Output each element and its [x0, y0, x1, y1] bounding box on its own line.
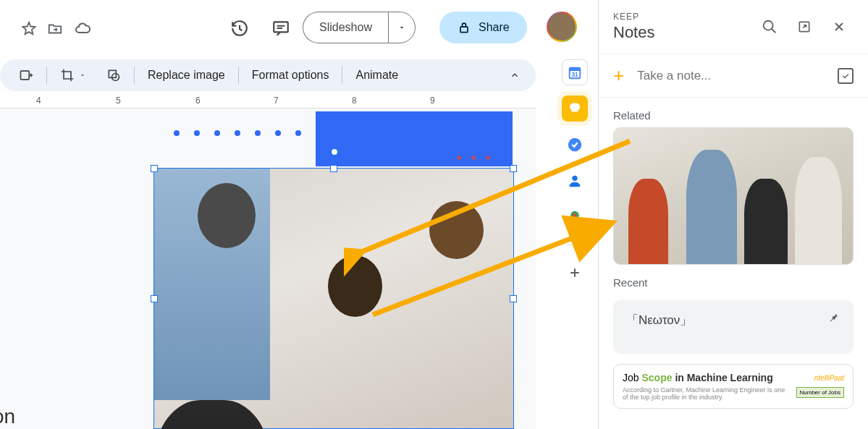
keep-side-panel: KEEP Notes + Related Recent 「Νεωτον [598, 0, 868, 429]
plus-icon: + [613, 64, 624, 87]
rotation-handle[interactable] [330, 148, 339, 156]
search-icon[interactable] [755, 12, 784, 41]
related-section-label: Related [599, 98, 868, 127]
slideshow-button[interactable]: Slideshow [303, 12, 388, 43]
share-button[interactable]: Share [439, 12, 527, 43]
resize-handle[interactable] [330, 165, 337, 172]
format-options-button[interactable]: Format options [242, 62, 340, 88]
svg-point-12 [573, 213, 577, 217]
recent-note-card[interactable]: 「Νεωτον」 [613, 300, 854, 354]
horizontal-ruler: 4 5 6 7 8 9 [0, 93, 536, 109]
selected-image[interactable] [153, 168, 514, 429]
tasks-icon[interactable] [562, 132, 588, 158]
decorative-dots [174, 130, 301, 136]
slideshow-dropdown[interactable] [388, 12, 416, 43]
insert-image-button[interactable] [9, 62, 43, 88]
pin-icon[interactable] [827, 312, 840, 325]
new-list-icon[interactable] [838, 68, 854, 84]
keep-kicker: KEEP [613, 12, 654, 22]
close-icon[interactable] [825, 12, 854, 41]
keep-title: Notes [613, 23, 654, 42]
replace-image-button[interactable]: Replace image [138, 62, 235, 88]
lock-icon [457, 20, 471, 35]
related-note-card[interactable] [613, 127, 854, 265]
contextual-toolbar: Replace image Format options Animate [0, 59, 536, 91]
maps-icon[interactable] [562, 204, 588, 230]
svg-text:31: 31 [571, 72, 578, 78]
slide-title-fragment: y l tor [0, 210, 145, 341]
svg-rect-1 [460, 27, 468, 32]
collapse-toolbar-icon[interactable] [504, 64, 526, 86]
mask-button[interactable] [96, 62, 131, 88]
brand-logo: ntelliPaat [814, 374, 844, 382]
svg-rect-8 [570, 68, 581, 72]
calendar-icon[interactable]: 31 [562, 59, 588, 85]
slide-canvas[interactable]: +++ ++++ ++++ +++ y l tor on [0, 109, 536, 429]
take-note-input[interactable] [637, 69, 825, 83]
recent-note-title: 「Νεωτον」 [626, 312, 692, 328]
svg-rect-0 [274, 22, 288, 32]
cloud-status-icon[interactable] [68, 14, 97, 43]
resize-handle[interactable] [510, 295, 517, 302]
svg-point-11 [572, 176, 577, 181]
open-external-icon[interactable] [790, 12, 819, 41]
resize-handle[interactable] [151, 295, 158, 302]
account-avatar[interactable] [547, 12, 577, 42]
contacts-icon[interactable] [562, 168, 588, 194]
comments-icon[interactable] [266, 14, 295, 43]
version-history-icon[interactable] [225, 14, 254, 43]
svg-point-13 [764, 21, 773, 30]
keep-icon[interactable] [562, 95, 588, 122]
move-to-folder-icon[interactable] [41, 14, 69, 43]
slideshow-split-button: Slideshow [303, 12, 416, 43]
animate-button[interactable]: Animate [345, 62, 408, 88]
svg-rect-2 [21, 71, 30, 80]
side-panel-rail: 31 [557, 59, 592, 286]
share-label: Share [479, 21, 510, 34]
recent-note-card[interactable]: Job Scope in Machine Learning ntelliPaat… [613, 364, 854, 409]
star-icon[interactable] [14, 14, 43, 43]
slide-subtitle-fragment: on [0, 405, 15, 428]
recent-section-label: Recent [599, 265, 868, 294]
add-addon-icon[interactable] [562, 260, 588, 286]
resize-handle[interactable] [510, 165, 517, 172]
resize-handle[interactable] [151, 165, 158, 172]
crop-button[interactable] [50, 62, 96, 88]
